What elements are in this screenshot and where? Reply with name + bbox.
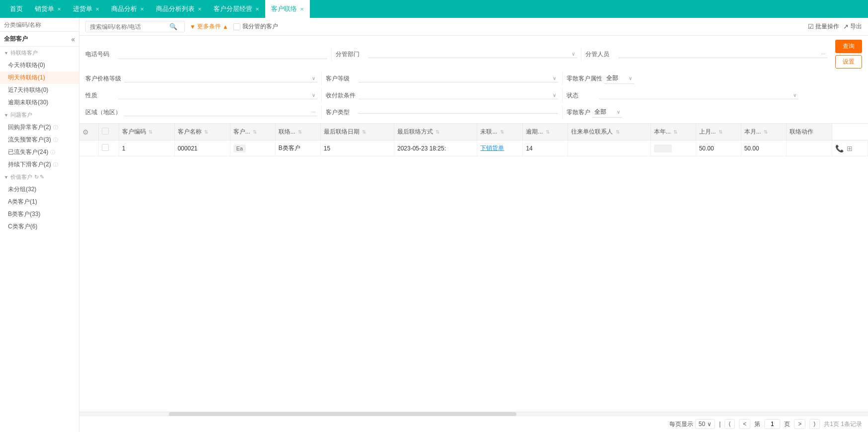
sidebar-item-7day-pending[interactable]: 近7天待联络(0)	[0, 84, 79, 96]
sort-icon[interactable]: ⇅	[764, 129, 768, 135]
close-icon[interactable]: ✕	[198, 6, 202, 12]
filter-phone: 电话号码	[85, 50, 327, 59]
col-this-month: 本月... ⇅	[741, 124, 786, 141]
col-this-year: 本年... ⇅	[651, 124, 696, 141]
sidebar-item-b-customers[interactable]: B类客户(33)	[0, 208, 79, 220]
chevron-down-icon: ∨	[617, 109, 620, 115]
horizontal-scrollbar[interactable]	[79, 412, 868, 416]
filter-dept: 分管部门 ∨	[336, 50, 578, 59]
manager-select[interactable]: ···	[618, 50, 827, 58]
filter-customer-level: 客户等级 ∨	[326, 74, 558, 83]
filter-retail-customer: 零散客户 全部 ∨	[567, 107, 798, 118]
sort-icon[interactable]: ⇅	[546, 129, 550, 135]
prev-page-btn[interactable]: <	[739, 419, 750, 429]
divider	[321, 88, 322, 102]
customer-type-select[interactable]	[359, 111, 558, 114]
contact-method-link[interactable]: 下销货单	[480, 144, 504, 151]
close-icon[interactable]: ✕	[300, 6, 304, 12]
region-select[interactable]: ···	[124, 108, 317, 116]
sort-icon[interactable]: ⇅	[500, 129, 504, 135]
nav-customer-contact[interactable]: 客户联络 ✕	[265, 0, 310, 18]
select-all-checkbox[interactable]	[102, 128, 109, 135]
close-icon[interactable]: ✕	[140, 6, 144, 12]
nav-customer-tier[interactable]: 客户分层经营 ✕	[208, 0, 265, 18]
nav-product-analysis-list[interactable]: 商品分析列表 ✕	[150, 0, 208, 18]
hint-icon: ⓘ	[53, 137, 58, 144]
sidebar-item-ungrouped[interactable]: 未分组(32)	[0, 183, 79, 196]
dept-select[interactable]: ∨	[368, 50, 578, 58]
last-page-btn[interactable]: ⟩	[809, 419, 820, 429]
sidebar-item-overdue-pending[interactable]: 逾期未联络(30)	[0, 96, 79, 109]
col-last-contact-method: 最后联络方式 ⇅	[394, 124, 477, 141]
export-icon: ↗	[843, 23, 849, 30]
sidebar-search-input[interactable]	[4, 21, 78, 28]
divider: |	[719, 421, 721, 428]
nav-product-analysis[interactable]: 商品分析 ✕	[105, 0, 150, 18]
gender-select[interactable]: ∨	[118, 91, 317, 99]
close-icon[interactable]: ✕	[255, 6, 259, 12]
retail-customer-select[interactable]: 全部 ∨	[592, 107, 622, 118]
sort-icon[interactable]: ⇅	[719, 129, 723, 135]
sidebar-item-tomorrow-pending[interactable]: 明天待联络(1)	[0, 72, 79, 84]
edit-icon[interactable]: ✎	[40, 174, 44, 180]
row-gear	[79, 141, 98, 156]
my-customers-checkbox[interactable]: 我分管的客户	[233, 22, 278, 31]
sort-icon[interactable]: ⇅	[673, 129, 677, 135]
more-conditions-btn[interactable]: ▼ 更多条件 ▲	[190, 22, 228, 31]
filter-payment: 收付款条件 ∨	[326, 91, 558, 100]
sort-icon[interactable]: ⇅	[616, 129, 620, 135]
row-contact-count: 15	[320, 141, 394, 156]
set-button[interactable]: 设置	[835, 55, 862, 69]
sidebar-item-abnormal-repurchase[interactable]: 回购异常客户(2) ⓘ	[0, 121, 79, 134]
next-page-btn[interactable]: >	[794, 419, 805, 429]
grade-select[interactable]: ∨	[124, 74, 317, 82]
gear-icon[interactable]: ⚙	[82, 128, 89, 136]
sidebar-item-churn-warning[interactable]: 流失预警客户(3) ⓘ	[0, 134, 79, 146]
payment-select[interactable]: ∨	[359, 91, 558, 99]
search-icon[interactable]: 🔍	[169, 23, 177, 30]
table-row: 1 000021 Ea B类客户 15 2023-05-23 18:25: 下销…	[79, 141, 868, 156]
per-page-select[interactable]: 50 ∨	[695, 419, 715, 429]
sidebar-item-churned[interactable]: 已流失客户(24) ⓘ	[0, 146, 79, 158]
customer-table: ⚙ 客户编码 ⇅ 客户名称 ⇅ 客户... ⇅	[79, 124, 868, 156]
sort-icon[interactable]: ⇅	[204, 129, 208, 135]
sidebar-item-today-pending[interactable]: 今天待联络(0)	[0, 59, 79, 72]
page-input[interactable]	[764, 419, 780, 429]
nav-home[interactable]: 首页	[4, 0, 29, 18]
first-page-btn[interactable]: ⟨	[724, 419, 735, 429]
phone-action-icon[interactable]: 📞	[835, 144, 844, 152]
batch-op-btn[interactable]: ☑ 批量操作	[808, 22, 839, 31]
filter-icon: ▼	[190, 23, 196, 30]
sort-icon[interactable]: ⇅	[298, 129, 302, 135]
top-actions: ☑ 批量操作 ↗ 导出	[808, 22, 862, 31]
close-icon[interactable]: ✕	[95, 6, 99, 12]
scrollbar-thumb[interactable]	[169, 412, 516, 416]
collapse-icon[interactable]: «	[71, 35, 75, 43]
export-btn[interactable]: ↗ 导出	[843, 22, 862, 31]
nav-purchase-order[interactable]: 进货单 ✕	[67, 0, 105, 18]
close-icon[interactable]: ✕	[57, 6, 61, 12]
phone-input[interactable]	[118, 50, 327, 59]
chevron-down-icon: ∨	[707, 421, 712, 428]
status-select[interactable]: ∨	[599, 91, 798, 99]
retail-attr-select[interactable]: 全部 ∨	[604, 73, 634, 84]
customer-level-select[interactable]: ∨	[359, 74, 558, 82]
grid-action-icon[interactable]: ⊞	[847, 144, 853, 152]
row-select-checkbox[interactable]	[102, 144, 109, 151]
nav-sales-order[interactable]: 销货单 ✕	[29, 0, 67, 18]
checkbox-icon[interactable]	[233, 23, 240, 30]
row-actions: 📞 ⊞	[832, 141, 868, 156]
chevron-down-icon: ∨	[312, 92, 315, 98]
search-input[interactable]	[90, 23, 169, 30]
sidebar-item-c-customers[interactable]: C类客户(6)	[0, 220, 79, 233]
sidebar-item-a-customers[interactable]: A类客户(1)	[0, 196, 79, 208]
sort-icon[interactable]: ⇅	[148, 129, 152, 135]
filter-gender: 性质 ∨	[85, 91, 317, 100]
sort-icon[interactable]: ⇅	[435, 129, 439, 135]
refresh-icon[interactable]: ↻	[34, 174, 39, 180]
sort-icon[interactable]: ⇅	[253, 129, 257, 135]
query-button[interactable]: 查询	[835, 40, 862, 53]
hint-icon: ⓘ	[53, 124, 58, 131]
sort-icon[interactable]: ⇅	[362, 129, 366, 135]
sidebar-item-declining[interactable]: 持续下滑客户(2) ⓘ	[0, 158, 79, 171]
